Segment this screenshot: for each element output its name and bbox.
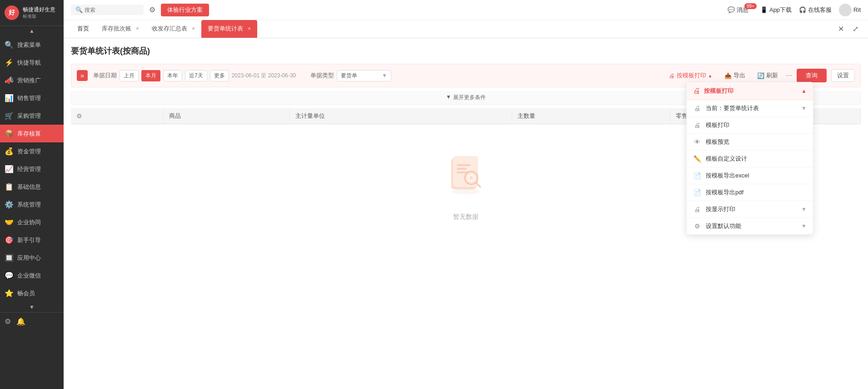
finance-icon: 💰: [5, 147, 14, 156]
print-dropdown-current-template[interactable]: 🖨 当前：要货单统计表 ▼: [687, 100, 813, 117]
message-button[interactable]: 💬 消息 99+: [728, 6, 753, 14]
template-print-label: 模板打印: [706, 121, 807, 129]
marketing-icon: 📣: [5, 76, 14, 85]
avatar-image: [839, 4, 852, 16]
print-dropdown-template-print[interactable]: 🖨 模板打印: [687, 117, 813, 134]
sidebar-item-member[interactable]: ⭐ 畅会员: [0, 284, 64, 302]
settings-footer-icon[interactable]: ⚙: [5, 317, 11, 326]
sidebar-item-search[interactable]: 🔍 搜索菜单: [0, 36, 64, 54]
industry-solution-button[interactable]: 体验行业方案: [161, 4, 209, 16]
type-select[interactable]: 要货单 ▼: [337, 70, 391, 81]
expand-more-icon: ▼: [446, 94, 451, 101]
sidebar-footer: ⚙ 🔔: [0, 312, 64, 330]
tab-home[interactable]: 首页: [71, 20, 95, 38]
sidebar-scroll-up[interactable]: ▲: [0, 26, 64, 36]
sidebar-apps-label: 应用中心: [17, 254, 41, 262]
date-filter-label: 单据日期: [93, 71, 117, 80]
sidebar-item-sales[interactable]: 📊 销售管理: [0, 89, 64, 107]
print-dropdown-default-func[interactable]: ⚙ 设置默认功能 ▼: [687, 218, 813, 234]
sidebar-basic-label: 基础信息: [17, 183, 41, 191]
user-name: Rit: [853, 6, 861, 13]
sidebar-item-purchase[interactable]: 🛒 采购管理: [0, 107, 64, 125]
sidebar-item-operation[interactable]: 📈 经营管理: [0, 160, 64, 178]
message-icon: 💬: [728, 6, 735, 13]
refresh-button[interactable]: 🔄 刷新: [753, 70, 782, 81]
print-dropdown-close-arrow[interactable]: ▲: [801, 88, 807, 94]
sidebar-item-finance[interactable]: 💰 资金管理: [0, 142, 64, 160]
date-btn-7days[interactable]: 近7天: [185, 70, 207, 81]
app-download-icon: 📱: [760, 6, 768, 13]
print-dropdown-template-preview[interactable]: 👁 模板预览: [687, 134, 813, 151]
topbar-gear-icon[interactable]: ⚙: [149, 5, 155, 14]
table-gear-icon[interactable]: ⚙: [76, 112, 82, 120]
collab-icon: 🤝: [5, 218, 14, 227]
topbar-search-icon: 🔍: [75, 6, 83, 13]
date-filter-group: 单据日期 上月 本月 本年 近7天 更多 2023-06-01 至 2023-0…: [93, 70, 296, 81]
three-dots-button[interactable]: ···: [786, 71, 792, 80]
sound-footer-icon[interactable]: 🔔: [16, 317, 25, 326]
export-button[interactable]: 📤 导出: [721, 70, 749, 81]
query-button[interactable]: 查询: [797, 69, 827, 82]
print-dropdown-export-pdf[interactable]: 📄 按模板导出pdf: [687, 184, 813, 201]
sidebar-item-collab[interactable]: 🤝 企业协同: [0, 213, 64, 231]
sidebar-scroll-down[interactable]: ▼: [0, 302, 64, 312]
table-col-gear: ⚙: [71, 108, 164, 124]
export-icon: 📤: [724, 72, 732, 79]
topbar-search-input[interactable]: [85, 7, 139, 13]
tab-order-stats[interactable]: 要货单统计表 ×: [201, 20, 257, 38]
default-func-label: 设置默认功能: [706, 222, 797, 230]
main-area: 🔍 ⚙ 体验行业方案 💬 消息 99+ 📱 App下载 🎧 在线客服 Rit: [64, 0, 868, 389]
print-template-button[interactable]: 🖨 按模板打印 ▲: [665, 70, 716, 81]
print-dropdown-export-excel[interactable]: 📄 按模板导出excel: [687, 167, 813, 184]
date-btn-this-year[interactable]: 本年: [163, 70, 182, 81]
print-dropdown-template-custom[interactable]: ✏️ 模板自定义设计: [687, 151, 813, 167]
tab-order-stats-close[interactable]: ×: [248, 25, 251, 32]
sidebar: 好 畅捷通好生意 标准版 ▲ 🔍 搜索菜单 ⚡ 快捷导航 📣 营销推广 📊 销售…: [0, 0, 64, 389]
date-btn-more[interactable]: 更多: [210, 70, 229, 81]
date-btn-this-month[interactable]: 本月: [141, 70, 160, 81]
settings-button[interactable]: 设置: [831, 69, 855, 82]
display-print-arrow: ▼: [801, 206, 807, 212]
sidebar-item-quick-nav[interactable]: ⚡ 快捷导航: [0, 54, 64, 71]
export-pdf-icon: 📄: [693, 189, 701, 196]
page-title: 要货单统计表(按商品): [71, 45, 861, 56]
sidebar-logo: 好 畅捷通好生意 标准版: [0, 0, 64, 26]
sidebar-guide-label: 新手引导: [17, 236, 41, 244]
tabs-right-controls: ✕ ⤢: [835, 24, 861, 35]
print-dropdown-display-print[interactable]: 🖨 按显示打印 ▼: [687, 201, 813, 218]
date-range-display: 2023-06-01 至 2023-06-30: [232, 72, 296, 80]
sidebar-item-apps[interactable]: 🔲 应用中心: [0, 249, 64, 267]
tab-inventory-batch-close[interactable]: ×: [136, 25, 139, 32]
sidebar-item-guide[interactable]: 🎯 新手引导: [0, 231, 64, 249]
user-avatar[interactable]: Rit: [839, 4, 861, 16]
app-download-button[interactable]: 📱 App下载: [760, 6, 792, 14]
online-service-button[interactable]: 🎧 在线客服: [799, 6, 832, 14]
print-label: 按模板打印: [677, 71, 706, 80]
template-preview-icon: 👁: [693, 138, 701, 146]
tab-close-all-button[interactable]: ✕: [835, 24, 846, 35]
filter-expand-button[interactable]: »: [77, 70, 88, 81]
sidebar-item-marketing[interactable]: 📣 营销推广: [0, 71, 64, 89]
tab-inventory-batch[interactable]: 库存批次账 ×: [95, 20, 145, 38]
export-excel-icon: 📄: [693, 172, 701, 179]
sidebar-item-wechat[interactable]: 💬 企业微信: [0, 267, 64, 284]
service-label: 在线客服: [808, 6, 832, 14]
print-dropdown: 🖨 按模板打印 ▲ 🖨 当前：要货单统计表 ▼ 🖨 模板打印 👁 模板预览 ✏️…: [686, 82, 813, 235]
app-name-block: 畅捷通好生意 标准版: [23, 6, 55, 20]
tab-maximize-button[interactable]: ⤢: [850, 24, 861, 35]
tab-receivable-close[interactable]: ×: [192, 25, 195, 32]
empty-text: 暂无数据: [453, 213, 479, 221]
sidebar-sales-label: 销售管理: [17, 94, 41, 102]
date-btn-last-month[interactable]: 上月: [120, 70, 139, 81]
tab-receivable-summary[interactable]: 收发存汇总表 ×: [145, 20, 201, 38]
sidebar-operation-label: 经营管理: [17, 165, 41, 173]
sidebar-item-basic[interactable]: 📋 基础信息: [0, 178, 64, 196]
current-template-icon: 🖨: [693, 105, 701, 112]
topbar-search-box[interactable]: 🔍: [71, 5, 144, 15]
app-version: 标准版: [23, 13, 55, 20]
sidebar-finance-label: 资金管理: [17, 147, 41, 156]
wechat-icon: 💬: [5, 271, 14, 280]
sidebar-item-system[interactable]: ⚙️ 系统管理: [0, 196, 64, 213]
sidebar-item-inventory[interactable]: 📦 库存核算: [0, 125, 64, 142]
template-custom-label: 模板自定义设计: [706, 155, 807, 163]
